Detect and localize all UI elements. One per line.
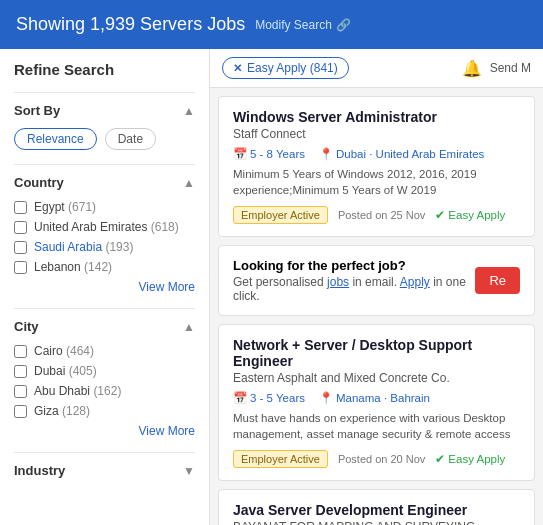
sort-by-header: Sort By ▲ xyxy=(14,103,195,118)
country-item-lebanon: Lebanon (142) xyxy=(14,260,195,274)
job-desc-1: Minimum 5 Years of Windows 2012, 2016, 2… xyxy=(233,166,520,199)
job-location-1: 📍 Dubai · United Arab Emirates xyxy=(319,147,484,161)
page-title: Showing 1,939 Servers Jobs xyxy=(16,14,245,35)
country-checkbox-lebanon[interactable] xyxy=(14,261,27,274)
industry-chevron: ▼ xyxy=(183,464,195,478)
employer-active-badge-2: Employer Active xyxy=(233,450,328,468)
calendar-icon-2: 📅 xyxy=(233,391,247,405)
filter-bar: ✕ Easy Apply (841) 🔔 Send M xyxy=(210,49,543,88)
job-exp-text-2: 3 - 5 Years xyxy=(250,392,305,404)
employer-active-badge-1: Employer Active xyxy=(233,206,328,224)
country-view-more[interactable]: View More xyxy=(14,280,195,294)
modify-search-link[interactable]: Modify Search 🔗 xyxy=(255,18,351,32)
sidebar: Refine Search Sort By ▲ Relevance Date C… xyxy=(0,49,210,525)
job-experience-1: 📅 5 - 8 Years xyxy=(233,147,305,161)
country-lebanon-label: Lebanon (142) xyxy=(34,260,112,274)
job-footer-1: Employer Active Posted on 25 Nov ✔ Easy … xyxy=(233,206,520,224)
country-saudi-count: (193) xyxy=(105,240,133,254)
job-footer-2: Employer Active Posted on 20 Nov ✔ Easy … xyxy=(233,450,520,468)
job-title-3[interactable]: Java Server Development Engineer xyxy=(233,502,520,518)
promo-jobs-link[interactable]: jobs xyxy=(327,275,349,289)
country-item-egypt: Egypt (671) xyxy=(14,200,195,214)
city-item-dubai: Dubai (405) xyxy=(14,364,195,378)
city-header: City ▲ xyxy=(14,319,195,334)
job-results: ✕ Easy Apply (841) 🔔 Send M Windows Serv… xyxy=(210,49,543,525)
country-lebanon-count: (142) xyxy=(84,260,112,274)
sort-buttons: Relevance Date xyxy=(14,128,195,150)
job-location-2: 📍 Manama · Bahrain xyxy=(319,391,430,405)
country-item-saudi: Saudi Arabia (193) xyxy=(14,240,195,254)
city-checkbox-cairo[interactable] xyxy=(14,345,27,358)
country-uae-label: United Arab Emirates (618) xyxy=(34,220,179,234)
sort-relevance-button[interactable]: Relevance xyxy=(14,128,97,150)
sort-date-button[interactable]: Date xyxy=(105,128,156,150)
jobs-count: 1,939 xyxy=(90,14,135,34)
job-company-1: Staff Connect xyxy=(233,127,520,141)
posted-date-1: Posted on 25 Nov xyxy=(338,209,425,221)
city-label: City xyxy=(14,319,39,334)
bell-icon[interactable]: 🔔 xyxy=(462,59,482,78)
city-checkbox-dubai[interactable] xyxy=(14,365,27,378)
promo-button[interactable]: Re xyxy=(475,267,520,294)
checkmark-icon-1: ✔ xyxy=(435,208,445,222)
job-meta-1: 📅 5 - 8 Years 📍 Dubai · United Arab Emir… xyxy=(233,147,520,161)
send-me-label: Send M xyxy=(490,61,531,75)
pin-icon-2: 📍 xyxy=(319,391,333,405)
job-title-1[interactable]: Windows Server Administrator xyxy=(233,109,520,125)
job-card-1: Windows Server Administrator Staff Conne… xyxy=(218,96,535,237)
easy-apply-filter[interactable]: ✕ Easy Apply (841) xyxy=(222,57,349,79)
country-checkbox-saudi[interactable] xyxy=(14,241,27,254)
country-section: Country ▲ Egypt (671) United Arab Emirat… xyxy=(14,164,195,294)
city-abudhabi-label: Abu Dhabi (162) xyxy=(34,384,121,398)
job-meta-2: 📅 3 - 5 Years 📍 Manama · Bahrain xyxy=(233,391,520,405)
pin-icon-1: 📍 xyxy=(319,147,333,161)
job-card-2: Network + Server / Desktop Support Engin… xyxy=(218,324,535,481)
city-item-abudhabi: Abu Dhabi (162) xyxy=(14,384,195,398)
sort-by-label: Sort By xyxy=(14,103,60,118)
promo-text: Looking for the perfect job? Get persona… xyxy=(233,258,475,303)
promo-card: Looking for the perfect job? Get persona… xyxy=(218,245,535,316)
city-dubai-count: (405) xyxy=(69,364,97,378)
easy-apply-link-2[interactable]: ✔ Easy Apply xyxy=(435,452,505,466)
link-icon: 🔗 xyxy=(336,18,351,32)
sidebar-title: Refine Search xyxy=(14,61,195,78)
city-abudhabi-count: (162) xyxy=(93,384,121,398)
city-item-cairo: Cairo (464) xyxy=(14,344,195,358)
job-desc-2: Must have hands on experience with vario… xyxy=(233,410,520,443)
job-card-3: Java Server Development Engineer BAYANAT… xyxy=(218,489,535,525)
promo-line2: Get personalised xyxy=(233,275,324,289)
modify-search-label: Modify Search xyxy=(255,18,332,32)
showing-prefix: Showing xyxy=(16,14,90,34)
city-checkbox-giza[interactable] xyxy=(14,405,27,418)
city-chevron: ▲ xyxy=(183,320,195,334)
sort-by-chevron: ▲ xyxy=(183,104,195,118)
city-item-giza: Giza (128) xyxy=(14,404,195,418)
job-loc-text-1: Dubai · United Arab Emirates xyxy=(336,148,484,160)
job-company-3: BAYANAT FOR MAPPING AND SURVEYING SERVIC… xyxy=(233,520,520,525)
job-experience-2: 📅 3 - 5 Years xyxy=(233,391,305,405)
country-egypt-label: Egypt (671) xyxy=(34,200,96,214)
easy-apply-x[interactable]: ✕ xyxy=(233,62,242,75)
easy-apply-link-1[interactable]: ✔ Easy Apply xyxy=(435,208,505,222)
easy-apply-label: Easy Apply (841) xyxy=(247,61,338,75)
posted-date-2: Posted on 20 Nov xyxy=(338,453,425,465)
country-label: Country xyxy=(14,175,64,190)
promo-subtitle: Get personalised jobs in email. Apply in… xyxy=(233,275,475,303)
city-section: City ▲ Cairo (464) Dubai (405) Abu Dhabi… xyxy=(14,308,195,438)
country-egypt-count: (671) xyxy=(68,200,96,214)
city-dubai-label: Dubai (405) xyxy=(34,364,97,378)
city-checkbox-abudhabi[interactable] xyxy=(14,385,27,398)
header: Showing 1,939 Servers Jobs Modify Search… xyxy=(0,0,543,49)
main-layout: Refine Search Sort By ▲ Relevance Date C… xyxy=(0,49,543,525)
country-uae-count: (618) xyxy=(151,220,179,234)
checkmark-icon-2: ✔ xyxy=(435,452,445,466)
country-checkbox-egypt[interactable] xyxy=(14,201,27,214)
country-checkbox-uae[interactable] xyxy=(14,221,27,234)
job-title-2[interactable]: Network + Server / Desktop Support Engin… xyxy=(233,337,520,369)
promo-apply-link[interactable]: Apply xyxy=(400,275,430,289)
city-view-more[interactable]: View More xyxy=(14,424,195,438)
city-giza-label: Giza (128) xyxy=(34,404,90,418)
country-chevron: ▲ xyxy=(183,176,195,190)
city-giza-count: (128) xyxy=(62,404,90,418)
country-saudi-label: Saudi Arabia (193) xyxy=(34,240,133,254)
